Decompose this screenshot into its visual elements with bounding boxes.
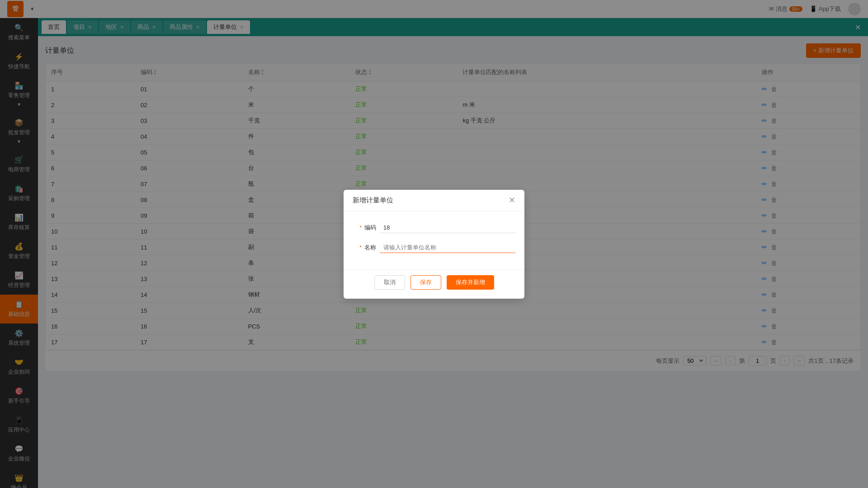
code-label-text: 编码	[364, 224, 376, 231]
cancel-button[interactable]: 取消	[374, 275, 405, 290]
form-label-code: * 编码	[353, 224, 380, 232]
save-button[interactable]: 保存	[410, 275, 441, 290]
form-label-name: * 名称	[353, 244, 380, 252]
modal-overlay: 新增计量单位 ✕ * 编码 * 名称 取消 保存 保存并新增	[0, 0, 868, 488]
modal-title: 新增计量单位	[353, 196, 393, 205]
form-item-name: * 名称	[353, 242, 515, 253]
name-label-text: 名称	[364, 244, 376, 251]
required-star-name: *	[359, 244, 362, 251]
form-item-code: * 编码	[353, 222, 515, 233]
add-unit-modal: 新增计量单位 ✕ * 编码 * 名称 取消 保存 保存并新增	[344, 190, 524, 299]
required-star-code: *	[359, 224, 362, 231]
save-new-button[interactable]: 保存并新增	[447, 275, 494, 290]
modal-body: * 编码 * 名称	[344, 211, 524, 269]
modal-header: 新增计量单位 ✕	[344, 190, 524, 211]
code-input[interactable]	[380, 222, 515, 233]
modal-footer: 取消 保存 保存并新增	[344, 269, 524, 299]
name-input[interactable]	[380, 242, 515, 253]
modal-close-button[interactable]: ✕	[509, 196, 515, 204]
